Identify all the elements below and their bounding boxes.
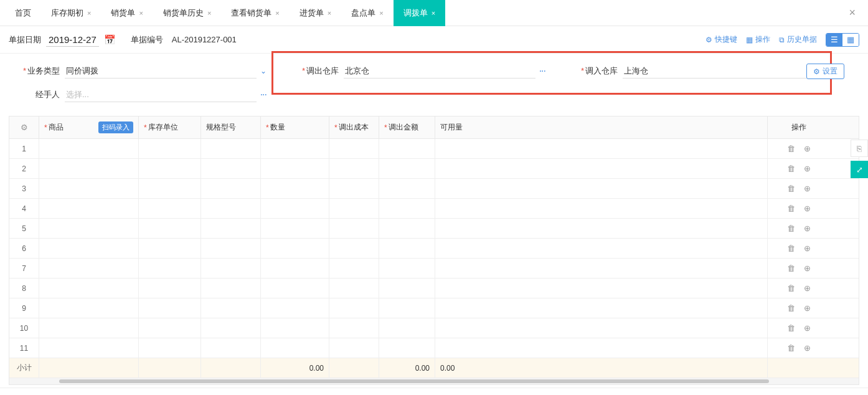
cell-cost[interactable] — [329, 259, 379, 278]
calendar-icon[interactable]: 📅 — [104, 34, 116, 45]
view-list-button[interactable]: ☰ — [826, 34, 842, 46]
delete-icon[interactable]: 🗑 — [787, 164, 795, 173]
close-icon[interactable]: × — [328, 9, 331, 17]
cell-amount[interactable] — [379, 139, 435, 158]
cell-amount[interactable] — [379, 298, 435, 318]
biz-type-input[interactable] — [65, 64, 257, 79]
cell-product[interactable] — [39, 139, 139, 158]
table-row[interactable]: 3🗑⊕ — [9, 179, 859, 199]
add-icon[interactable]: ⊕ — [804, 244, 811, 253]
more-icon[interactable]: ··· — [535, 65, 549, 77]
cell-product[interactable] — [39, 219, 139, 238]
add-icon[interactable]: ⊕ — [804, 224, 811, 233]
handler-input[interactable] — [65, 87, 257, 102]
cell-spec[interactable] — [201, 199, 261, 218]
scan-badge[interactable]: 扫码录入 — [98, 121, 133, 133]
cell-qty[interactable] — [261, 199, 329, 218]
cell-cost[interactable] — [329, 338, 379, 358]
cell-avail[interactable] — [435, 179, 768, 198]
cell-amount[interactable] — [379, 338, 435, 358]
cell-product[interactable] — [39, 259, 139, 278]
in-warehouse-input[interactable] — [623, 64, 814, 79]
cell-spec[interactable] — [201, 318, 261, 338]
table-row[interactable]: 9🗑⊕ — [9, 298, 859, 318]
cell-spec[interactable] — [201, 159, 261, 178]
delete-icon[interactable]: 🗑 — [787, 184, 795, 193]
tab-sales-history[interactable]: 销货单历史× — [153, 0, 221, 26]
close-icon[interactable]: × — [207, 9, 211, 17]
cell-cost[interactable] — [329, 219, 379, 238]
add-icon[interactable]: ⊕ — [804, 303, 811, 313]
close-icon[interactable]: × — [379, 9, 383, 17]
date-value[interactable]: 2019-12-27 — [46, 33, 99, 47]
cell-unit[interactable] — [139, 159, 201, 178]
delete-icon[interactable]: 🗑 — [787, 144, 795, 153]
cell-amount[interactable] — [379, 159, 435, 178]
tab-home[interactable]: 首页 — [5, 0, 41, 26]
table-row[interactable]: 11🗑⊕ — [9, 338, 859, 358]
cell-avail[interactable] — [435, 219, 768, 238]
add-icon[interactable]: ⊕ — [804, 343, 811, 353]
cell-qty[interactable] — [261, 278, 329, 298]
cell-amount[interactable] — [379, 259, 435, 278]
tab-transfer[interactable]: 调拨单× — [394, 0, 445, 26]
cell-cost[interactable] — [329, 318, 379, 338]
cell-spec[interactable] — [201, 338, 261, 358]
close-all-icon[interactable]: × — [841, 6, 863, 19]
cell-spec[interactable] — [201, 179, 261, 198]
add-icon[interactable]: ⊕ — [804, 184, 811, 193]
cell-amount[interactable] — [379, 278, 435, 298]
cell-product[interactable] — [39, 298, 139, 318]
cell-cost[interactable] — [329, 179, 379, 198]
cell-spec[interactable] — [201, 139, 261, 158]
cell-qty[interactable] — [261, 259, 329, 278]
cell-unit[interactable] — [139, 239, 201, 258]
cell-product[interactable] — [39, 179, 139, 198]
operate-link[interactable]: ▦操作 — [746, 34, 770, 45]
delete-icon[interactable]: 🗑 — [787, 303, 795, 313]
close-icon[interactable]: × — [87, 9, 91, 17]
cell-unit[interactable] — [139, 318, 201, 338]
table-row[interactable]: 2🗑⊕ — [9, 159, 859, 179]
tab-sales[interactable]: 销货单× — [101, 0, 153, 26]
cell-qty[interactable] — [261, 239, 329, 258]
history-link[interactable]: ⧉历史单据 — [779, 34, 817, 45]
gear-icon[interactable]: ⚙ — [21, 123, 28, 132]
cell-spec[interactable] — [201, 278, 261, 298]
delete-icon[interactable]: 🗑 — [787, 283, 795, 293]
table-row[interactable]: 4🗑⊕ — [9, 199, 859, 219]
shortcut-link[interactable]: ⚙快捷键 — [705, 34, 737, 45]
add-icon[interactable]: ⊕ — [804, 204, 811, 213]
horizontal-scrollbar[interactable] — [9, 378, 859, 384]
cell-amount[interactable] — [379, 199, 435, 218]
cell-avail[interactable] — [435, 298, 768, 318]
add-icon[interactable]: ⊕ — [804, 144, 811, 153]
cell-cost[interactable] — [329, 239, 379, 258]
tab-inventory-init[interactable]: 库存期初× — [41, 0, 101, 26]
settings-button[interactable]: ⚙设置 — [806, 64, 844, 79]
cell-unit[interactable] — [139, 139, 201, 158]
add-icon[interactable]: ⊕ — [804, 323, 811, 333]
close-icon[interactable]: × — [139, 9, 143, 17]
close-icon[interactable]: × — [275, 9, 279, 17]
cell-spec[interactable] — [201, 259, 261, 278]
cell-avail[interactable] — [435, 139, 768, 158]
tab-stocktake[interactable]: 盘点单× — [341, 0, 393, 26]
cell-product[interactable] — [39, 338, 139, 358]
cell-qty[interactable] — [261, 219, 329, 238]
cell-spec[interactable] — [201, 298, 261, 318]
cell-spec[interactable] — [201, 239, 261, 258]
cell-unit[interactable] — [139, 259, 201, 278]
cell-avail[interactable] — [435, 278, 768, 298]
cell-qty[interactable] — [261, 179, 329, 198]
delete-icon[interactable]: 🗑 — [787, 204, 795, 213]
cell-product[interactable] — [39, 159, 139, 178]
more-icon[interactable]: ··· — [257, 89, 270, 100]
cell-cost[interactable] — [329, 278, 379, 298]
delete-icon[interactable]: 🗑 — [787, 264, 795, 273]
table-row[interactable]: 7🗑⊕ — [9, 259, 859, 278]
cell-cost[interactable] — [329, 298, 379, 318]
delete-icon[interactable]: 🗑 — [787, 244, 795, 253]
cell-unit[interactable] — [139, 298, 201, 318]
cell-avail[interactable] — [435, 259, 768, 278]
